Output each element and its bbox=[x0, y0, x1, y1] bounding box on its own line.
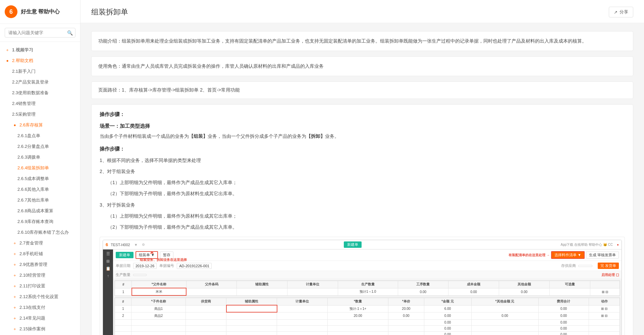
plus-icon: ＋ bbox=[12, 294, 17, 299]
sidebar-item-cases[interactable]: ＋ 2.15操作案例 bbox=[0, 324, 80, 334]
mock-td-b-qty-1: 预计-1＋1+ bbox=[327, 305, 388, 312]
sidebar-item-finance[interactable]: ＋ 2.7资金管理 bbox=[0, 238, 80, 248]
path-intro-text: 页面路径：1、库存核算->库存管理->组装拆卸单 2、首页->常用功能 bbox=[98, 87, 240, 93]
table-row: 0.000.00 bbox=[115, 331, 620, 335]
sidebar-item-stock-ledger[interactable]: 2.6.9库存账本查询 bbox=[0, 216, 80, 227]
sidebar-item-label: 2.6.10库存账本错了怎么办 bbox=[17, 229, 69, 235]
sidebar-item-sales[interactable]: 2.4销售管理 bbox=[0, 98, 80, 109]
mock-th-b-qty: *数量 bbox=[327, 298, 388, 305]
sidebar-item-mobile[interactable]: ＋ 2.8手机旺铺 bbox=[0, 248, 80, 259]
plus-icon: ＋ bbox=[12, 283, 17, 289]
mock-th-action-top bbox=[590, 281, 620, 288]
sidebar-item-stocktake[interactable]: 2.6.1盘点单 bbox=[0, 130, 80, 141]
mock-th-b-seq: # bbox=[115, 298, 131, 305]
mock-td-b-name-2: 商品2 bbox=[131, 312, 185, 319]
sidebar-item-label: 2.6.5成本调整单 bbox=[17, 176, 49, 182]
annotation-process: 启用处理 bbox=[601, 273, 615, 277]
step-2-1: （1）上部明细为父件明细，最终作为产成品生成其它入库单； bbox=[100, 178, 625, 187]
sidebar-item-partial-stocktake[interactable]: 2.6.2分量盘点单 bbox=[0, 141, 80, 152]
sidebar-item-video[interactable]: ＋ 1.视频学习 bbox=[0, 45, 80, 55]
role-intro-block: 使用角色：通常由生产人员或库管人员完成拆装业务的操作，库管人员确认原材料的出库和… bbox=[91, 56, 633, 76]
plus-icon: ＋ bbox=[12, 326, 17, 332]
sidebar-item-coupon[interactable]: ＋ 2.9优惠券管理 bbox=[0, 259, 80, 270]
sidebar-item-label: 2.6库存核算 bbox=[19, 122, 43, 128]
step-3: 3、对于拆装业务 bbox=[100, 201, 625, 209]
mock-input-qty[interactable] bbox=[133, 274, 147, 276]
logo-text: 好生意 帮助中心 bbox=[21, 8, 60, 15]
mock-process-area: 启用处理 bbox=[601, 273, 619, 277]
mock-table-top: # *父件名称 父件条码 辅助属性 计量单位 生产数量 工序数量 bbox=[114, 280, 620, 296]
mock-td-parent-name[interactable]: 米米 bbox=[132, 288, 186, 295]
mock-body: ☰ ⊞ 📋 ↑ 新建单 组装单 ▼ 暂存 bbox=[103, 249, 622, 335]
table-row: 2 商品2 20.00 0.00 0.00 bbox=[115, 312, 620, 319]
plus-icon: ＋ bbox=[12, 240, 17, 246]
sidebar-item-data-prep[interactable]: 2.3使用前数据准备 bbox=[0, 88, 80, 98]
sidebar-item-docs[interactable]: ● 2.帮助文档 bbox=[0, 55, 80, 66]
mock-tab-new[interactable]: 新建单 bbox=[344, 241, 362, 248]
sidebar-item-label: 2.6.4组装拆卸单 bbox=[17, 165, 49, 171]
steps-block: 操作步骤： 场景一：加工类型选择 当由多个子件材料组装成一个成品的业务为【组装】… bbox=[91, 104, 633, 335]
sidebar-item-label: 2.7资金管理 bbox=[19, 240, 43, 246]
sidebar-item-operation[interactable]: ＋ 2.10经营管理 bbox=[0, 270, 80, 281]
mock-td-b-price-1: 20.00 bbox=[388, 305, 424, 312]
sidebar-item-install[interactable]: 2.2产品安装及登录 bbox=[0, 77, 80, 88]
mock-table-child: # *子件名称 供货商 辅助属性 计量单位 *数量 *单价 *金 bbox=[115, 298, 620, 335]
mock-td-amount: 0.00 bbox=[424, 331, 471, 335]
sidebar-item-beginner[interactable]: 2.1新手入门 bbox=[0, 66, 80, 77]
mock-process-row: 生产数量 启用处理 bbox=[113, 271, 622, 279]
mock-btn-confirm[interactable]: 完 发货单 bbox=[598, 263, 619, 269]
sidebar-item-label: 2.14常见问题 bbox=[19, 315, 45, 321]
mock-td-amount: 0.00 bbox=[424, 319, 471, 325]
sidebar-item-transfer[interactable]: 2.6.3调拨单 bbox=[0, 152, 80, 163]
sidebar-item-assembly[interactable]: 2.6.4组装拆卸单 bbox=[0, 163, 80, 173]
mock-td-b-name-1: 商品1 bbox=[131, 305, 185, 312]
mock-td-b-action-1: ⊞ ⊟ bbox=[589, 305, 620, 312]
sidebar-item-purchase[interactable]: 2.5采购管理 bbox=[0, 109, 80, 120]
mock-td-b-attr-1[interactable] bbox=[226, 305, 277, 312]
function-intro-block: 功能介绍：组装拆卸单用来处理企业组装或拆卸等加工业务，支持有固定装配清单的产品加… bbox=[91, 31, 633, 51]
sidebar-item-other-in[interactable]: 2.6.6其他入库单 bbox=[0, 184, 80, 195]
mock-td-amount: 0.00 bbox=[424, 325, 471, 331]
mock-btn-new-doc[interactable]: 新建单 bbox=[116, 252, 133, 258]
mock-td-proc-qty: 0.00 bbox=[398, 288, 448, 295]
mock-store-input[interactable] bbox=[578, 265, 592, 267]
mock-btn-action[interactable]: 生成 审核发票单 bbox=[586, 252, 619, 259]
table-row: 1 商品1 预计-1＋1+ 20.00 6.00 bbox=[115, 305, 620, 312]
mock-nav-icon-3: 📋 bbox=[106, 266, 111, 271]
mock-th-prod-qty: 生产数量 bbox=[338, 281, 398, 288]
table-row: 0.000.00 bbox=[115, 325, 620, 331]
mock-td-b-supplier-2 bbox=[186, 312, 226, 319]
sidebar-item-faq[interactable]: ＋ 2.14常见问题 bbox=[0, 313, 80, 324]
sidebar-item-ledger-fix[interactable]: 2.6.10库存账本错了怎么办 bbox=[0, 227, 80, 238]
sidebar-item-payment[interactable]: ＋ 2.13在线支付 bbox=[0, 302, 80, 313]
mock-table-bottom: # *子件名称 供货商 辅助属性 计量单位 *数量 *单价 *金 bbox=[114, 297, 620, 335]
search-input[interactable] bbox=[5, 28, 75, 38]
sidebar-item-print[interactable]: ＋ 2.11打印设置 bbox=[0, 281, 80, 291]
mock-td-action: ⊞ ⊟ bbox=[590, 288, 620, 295]
mock-label-number: 单据编号 bbox=[159, 263, 174, 268]
sidebar-item-label: 2.4销售管理 bbox=[12, 101, 36, 107]
mock-td-b-seq-1: 1 bbox=[115, 305, 131, 312]
sidebar-item-cost-recalc[interactable]: 2.6.8商品成本重算 bbox=[0, 206, 80, 216]
annotation-config: 有装配清单的在这里处理 → bbox=[508, 253, 550, 258]
step-3-2: （2）下部明细为子件明细，最终作为产成品生成其它入库单。 bbox=[100, 223, 625, 231]
sidebar: 6 好生意 帮助中心 🔍 ＋ 1.视频学习 ● 2.帮助文档 2.1新手入门 2… bbox=[0, 0, 80, 335]
share-icon: ↗ bbox=[614, 10, 618, 15]
sidebar-item-settings[interactable]: ＋ 2.12系统个性化设置 bbox=[0, 291, 80, 302]
annotation-assembly-type: 组装业务、拆卸业务在这里选择 bbox=[140, 258, 187, 262]
sidebar-item-inventory[interactable]: ● 2.6库存核算 bbox=[0, 120, 80, 130]
mock-input-date[interactable]: 2019-12-26 bbox=[133, 263, 157, 269]
scene1-desc: 当由多个子件材料组装成一个成品的业务为【组装】业务，当由一个父件拆分成多个子产品… bbox=[100, 132, 625, 141]
mock-process-checkbox[interactable] bbox=[616, 274, 619, 276]
sidebar-item-cost-adjust[interactable]: 2.6.5成本调整单 bbox=[0, 173, 80, 184]
mock-input-number[interactable]: AD-20191226-001 bbox=[177, 263, 212, 269]
share-button[interactable]: ↗ 分享 bbox=[609, 7, 633, 17]
plus-icon: ＋ bbox=[12, 273, 17, 278]
mock-td-total: 0.00 bbox=[538, 319, 589, 325]
mock-btn-config[interactable]: 选择料件清单 ▼ bbox=[551, 251, 585, 259]
role-intro-text: 使用角色：通常由生产人员或库管人员完成拆装业务的操作，库管人员确认原材料的出库和… bbox=[98, 63, 324, 69]
sidebar-item-other-out[interactable]: 2.6.7其他出库单 bbox=[0, 195, 80, 206]
search-button[interactable]: 🔍 bbox=[67, 30, 73, 36]
mock-td-total: 0.00 bbox=[538, 331, 589, 335]
mock-left-nav: ☰ ⊞ 📋 ↑ bbox=[103, 249, 113, 335]
